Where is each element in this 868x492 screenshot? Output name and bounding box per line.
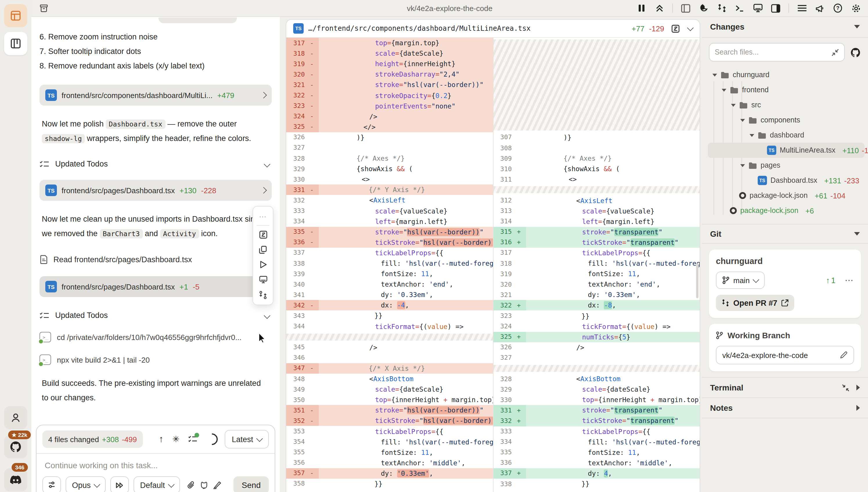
diff-gutter: 335-	[286, 226, 319, 237]
diff-gutter: 350	[286, 395, 319, 405]
menu-icon[interactable]	[797, 3, 807, 13]
file-change-chip[interactable]: TSfrontend/src/pages/Dashboard.tsx+1-5	[40, 276, 272, 297]
discord-button[interactable]	[4, 468, 27, 491]
tree-folder-churnguard[interactable]: churnguard	[708, 67, 865, 82]
added-count: +110	[842, 146, 859, 155]
commits-ahead[interactable]: ↑1	[826, 276, 836, 285]
version-dropdown[interactable]: Latest	[225, 430, 269, 448]
code-token: {dateScale}	[399, 49, 443, 57]
sparkle-icon[interactable]: ✳	[172, 434, 180, 444]
changes-title: Changes	[710, 22, 744, 31]
diff-line-removed: 321-stroke="hsl(var(--border))"	[286, 80, 493, 90]
tree-folder-frontend[interactable]: frontend	[708, 82, 865, 97]
contrast-icon[interactable]	[699, 3, 709, 13]
scroll-up-icon[interactable]: ↑	[159, 434, 163, 444]
file-change-chip[interactable]: TSfrontend/src/pages/Dashboard.tsx+130-2…	[40, 180, 272, 201]
edit-pencil-icon[interactable]	[840, 351, 848, 359]
gear-icon[interactable]	[850, 3, 861, 13]
code-token: dx:	[588, 301, 604, 310]
github-icon[interactable]	[850, 47, 861, 58]
fast-forward-button[interactable]	[111, 476, 129, 492]
monitor-icon[interactable]	[253, 272, 273, 287]
more-options-icon[interactable]: ⋯	[845, 275, 854, 286]
copy-icon[interactable]	[253, 242, 273, 257]
mode-dropdown[interactable]: Default	[134, 476, 180, 492]
open-pr-button[interactable]: Open PR #7	[716, 295, 794, 311]
composer-controls: Opus Default Send	[42, 476, 269, 492]
tree-file-dashboard.tsx[interactable]: TSDashboard.tsx+131-233	[708, 173, 865, 188]
diff-view-icon[interactable]	[671, 24, 680, 33]
git-compare-icon[interactable]	[717, 3, 727, 13]
attachment-icon[interactable]	[187, 481, 195, 489]
changes-section-header[interactable]: Changes	[702, 16, 868, 37]
board-view-button[interactable]	[4, 32, 27, 55]
branch-dropdown[interactable]: main	[716, 272, 765, 289]
tree-folder-components[interactable]: components	[708, 113, 865, 128]
tree-folder-dashboard[interactable]: dashboard	[708, 128, 865, 143]
code-token: '0.33em'	[397, 291, 429, 299]
read-file-row[interactable]: Read frontend/src/pages/Dashboard.tsx	[40, 255, 272, 265]
pause-icon[interactable]	[636, 3, 647, 13]
line-number: 351	[286, 407, 305, 414]
diff-line-context: 349scale={dateScale}	[286, 384, 493, 395]
terminal-command-row[interactable]: >_cd /private/var/folders/10/h7w0q46556g…	[40, 332, 272, 342]
ellipsis-icon[interactable]: ⋯	[253, 209, 273, 224]
diff-gutter: 325-	[286, 122, 319, 132]
code-token: hsl(var(--border))	[407, 228, 479, 236]
tree-folder-src[interactable]: src	[708, 97, 865, 113]
file-change-chip[interactable]: TSfrontend/src/components/dashboard/Mult…	[40, 85, 272, 105]
diff-line-context: 333scale={valueScale}	[286, 206, 493, 216]
updated-todos-row[interactable]: Updated Todos	[40, 311, 272, 320]
terminal-command-row[interactable]: >_npx vite build 2>&1 | tail -20	[40, 354, 272, 365]
files-changed-chip[interactable]: 4 files changed +308 -499	[42, 430, 143, 448]
tree-file-package-lock.json[interactable]: package-lock.json+61-104	[708, 188, 865, 203]
working-branch-input[interactable]: vk/4e2a-explore-the-code	[716, 346, 854, 364]
notes-section-header[interactable]: Notes	[702, 398, 868, 418]
diff-counts: +6	[805, 206, 814, 215]
added-count: +479	[217, 91, 234, 99]
diff-icon[interactable]	[253, 227, 273, 242]
model-dropdown[interactable]: Opus	[66, 476, 106, 492]
code-token: pointerEvents	[375, 102, 427, 110]
panel-right-icon[interactable]	[771, 3, 781, 13]
tree-file-package-lock.json[interactable]: package-lock.json+6	[708, 203, 865, 218]
todo-list-icon[interactable]	[188, 435, 197, 443]
code-token: fill:	[381, 438, 405, 446]
settings-sliders-button[interactable]	[42, 476, 61, 492]
signature-pen-icon[interactable]	[213, 481, 222, 489]
message-input[interactable]: Continue working on this task...	[37, 454, 275, 470]
panel-left-icon[interactable]	[680, 3, 691, 13]
account-button[interactable]	[4, 406, 27, 429]
tree-file-multilinearea.tsx[interactable]: TSMultiLineArea.tsx+110-162	[708, 143, 865, 158]
collapse-diff-icon[interactable]	[687, 24, 694, 31]
monitor-icon[interactable]	[752, 3, 763, 13]
git-compare-icon[interactable]	[253, 287, 273, 302]
collapse-tree-icon[interactable]	[831, 48, 839, 56]
megaphone-icon[interactable]	[815, 3, 825, 13]
terminal-prompt-icon[interactable]	[734, 3, 745, 13]
git-section-header[interactable]: Git	[702, 224, 868, 243]
terminal-section-header[interactable]: Terminal	[702, 378, 868, 397]
scrollbar-thumb[interactable]	[696, 264, 699, 298]
code-token: textAnchor:	[381, 280, 429, 288]
conversation-scroll[interactable]: 6. Remove zoom instruction noise7. Softe…	[31, 16, 280, 426]
diff-body[interactable]: 317-top={margin.top}318-scale={dateScale…	[286, 38, 700, 492]
layout-panel-button[interactable]	[4, 4, 27, 27]
help-icon[interactable]: ?	[832, 3, 843, 13]
github-cat-icon[interactable]	[200, 481, 208, 489]
code-token: 'middle'	[429, 459, 461, 467]
code-token: {showAxis	[563, 165, 604, 173]
updated-todos-row[interactable]: Updated Todos	[40, 159, 272, 168]
expand-icon[interactable]	[842, 384, 849, 391]
play-icon[interactable]	[253, 257, 273, 272]
diff-line-context: 329scale={dateScale}	[493, 384, 700, 395]
line-number: 334	[493, 438, 512, 446]
triangle-down-icon	[854, 232, 860, 236]
todos-label: Updated Todos	[55, 159, 108, 168]
search-input[interactable]: Search files...	[709, 43, 845, 62]
chevrons-up-icon[interactable]	[654, 3, 665, 13]
send-button[interactable]: Send	[234, 476, 269, 492]
code-token: transparent	[614, 228, 658, 236]
tree-folder-pages[interactable]: pages	[708, 158, 865, 173]
code-text: tickFormat={(value) =>	[319, 321, 493, 331]
